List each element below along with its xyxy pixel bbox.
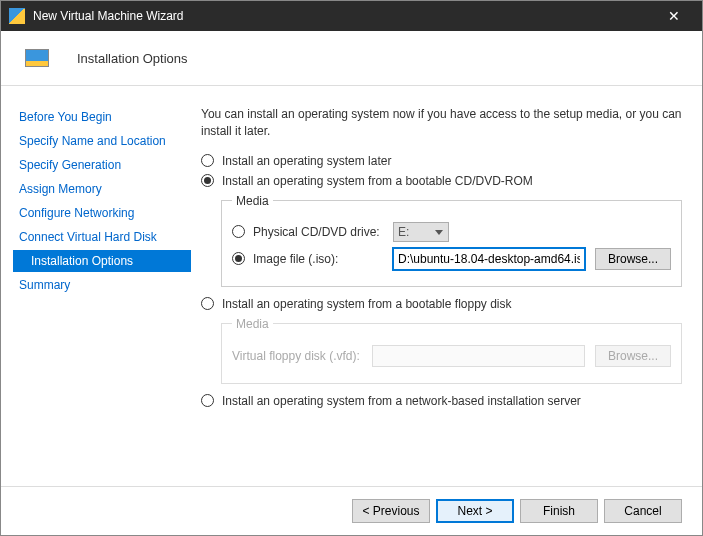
previous-button[interactable]: < Previous (352, 499, 430, 523)
option-label: Install an operating system from a netwo… (222, 394, 581, 408)
option-install-network[interactable]: Install an operating system from a netwo… (201, 394, 682, 408)
window-title: New Virtual Machine Wizard (33, 9, 654, 23)
sidebar-item-assign-memory[interactable]: Assign Memory (13, 178, 191, 200)
media-legend: Media (232, 194, 273, 208)
sidebar-item-connect-vhd[interactable]: Connect Virtual Hard Disk (13, 226, 191, 248)
wizard-footer: < Previous Next > Finish Cancel (1, 486, 702, 535)
radio-icon (201, 154, 214, 167)
physical-drive-label: Physical CD/DVD drive: (253, 225, 393, 239)
close-icon[interactable]: ✕ (654, 8, 694, 24)
media-legend: Media (232, 317, 273, 331)
page-title: Installation Options (77, 51, 188, 66)
next-button[interactable]: Next > (436, 499, 514, 523)
wizard-icon (9, 8, 25, 24)
sidebar-item-summary[interactable]: Summary (13, 274, 191, 296)
option-label: Install an operating system from a boota… (222, 174, 533, 188)
radio-icon (201, 394, 214, 407)
sidebar-item-specify-name[interactable]: Specify Name and Location (13, 130, 191, 152)
iso-path-input[interactable] (393, 248, 585, 270)
drive-select[interactable]: E: (393, 222, 449, 242)
sidebar-item-before-you-begin[interactable]: Before You Begin (13, 106, 191, 128)
page-header: Installation Options (1, 31, 702, 86)
option-label: Install an operating system from a boota… (222, 297, 512, 311)
vfd-path-input (372, 345, 585, 367)
option-install-later[interactable]: Install an operating system later (201, 154, 682, 168)
finish-button[interactable]: Finish (520, 499, 598, 523)
radio-physical-drive[interactable] (232, 225, 245, 238)
browse-vfd-button: Browse... (595, 345, 671, 367)
sidebar-item-specify-generation[interactable]: Specify Generation (13, 154, 191, 176)
option-install-floppy[interactable]: Install an operating system from a boota… (201, 297, 682, 311)
titlebar: New Virtual Machine Wizard ✕ (1, 1, 702, 31)
cd-media-group: Media Physical CD/DVD drive: E: Image fi… (221, 194, 682, 287)
drive-value: E: (398, 225, 409, 239)
floppy-media-group: Media Virtual floppy disk (.vfd): Browse… (221, 317, 682, 384)
wizard-steps-sidebar: Before You Begin Specify Name and Locati… (1, 86, 191, 486)
radio-image-file[interactable] (232, 252, 245, 265)
sidebar-item-installation-options[interactable]: Installation Options (13, 250, 191, 272)
cancel-button[interactable]: Cancel (604, 499, 682, 523)
browse-iso-button[interactable]: Browse... (595, 248, 671, 270)
vfd-label: Virtual floppy disk (.vfd): (232, 349, 372, 363)
radio-icon (201, 174, 214, 187)
option-label: Install an operating system later (222, 154, 391, 168)
header-icon (25, 49, 49, 67)
option-install-cd[interactable]: Install an operating system from a boota… (201, 174, 682, 188)
sidebar-item-configure-networking[interactable]: Configure Networking (13, 202, 191, 224)
radio-icon (201, 297, 214, 310)
image-file-label: Image file (.iso): (253, 252, 393, 266)
intro-text: You can install an operating system now … (201, 106, 682, 140)
content-panel: You can install an operating system now … (191, 86, 702, 486)
